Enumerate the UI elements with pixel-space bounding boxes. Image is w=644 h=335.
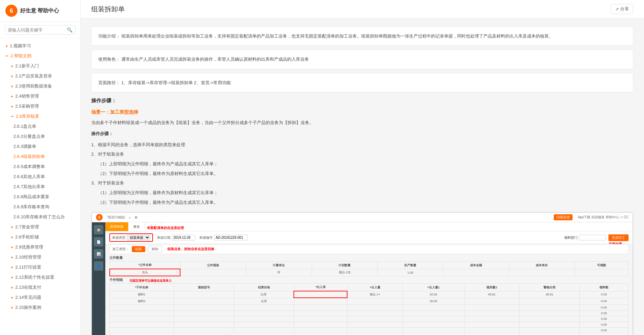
app-tab-edit[interactable]: 修改 [128,222,145,231]
page-title: 组装拆卸单 [91,5,125,14]
app-sidebar-icon-user[interactable]: 👤 [94,261,103,271]
sidebar-item-print[interactable]: + 2.11打印设置 [0,262,80,272]
sidebar-item-goods-cost[interactable]: 2.6.8商品成本重算 [0,192,80,202]
assemble-type-toggle: 加工类型： 组装 拆卸 组装业务、拆卸业务在这里切换 [109,244,629,254]
assemble-toggle-label: 加工类型： [112,247,129,252]
col-cost-price: 成本单价 [509,262,575,269]
footer-val5: 0.00 [579,333,628,335]
disassemble-btn[interactable]: 拆卸 [148,246,162,253]
app-sidebar-icon-chart[interactable]: 📊 [94,249,103,259]
expand-icon: + [11,255,13,260]
step2: 2、对于组装业务 [91,150,633,159]
app-topbar: 6 TEST-H002 ∨ ⚙ 问题反馈 App下载 培训服务 帮助中心 ∨ C… [92,213,633,222]
step3: 3、对于拆装业务 [91,179,633,187]
sidebar-item-mobile[interactable]: + 2.8手机旺铺 [0,232,80,242]
parent-table-header-row: *父件名称 父件规格 计量单位 计划数量 实产数量 成本金额 成本单价 可领数 [110,262,629,269]
app-sidebar-icon-home[interactable]: 🏠 [94,225,103,234]
sidebar-item-stock-error[interactable]: 2.6.10库存账本错了怎么办 [0,212,80,222]
search-box[interactable]: 🔍 [5,25,75,35]
form-dept-label: 领料部门 [564,235,578,240]
sidebar-item-adjust[interactable]: 2.6.3调拨单 [0,142,80,152]
col-available: 可领数 [575,262,628,269]
app-feedback-btn[interactable]: 问题反馈 [554,214,573,220]
app-name: 好生意 帮助中心 [20,7,59,14]
cell-settle-price: 出库 [234,298,294,304]
app-sidebar-icon-docs[interactable]: 📄 [94,237,103,246]
assemble-btn[interactable]: 组装 [132,246,145,252]
col-child-name: *子件名称 [110,284,174,291]
sidebar-item-cost-adjust[interactable]: 2.6.5成本调整单 [0,162,80,172]
sidebar-item-stocktake[interactable]: 2.6.1盘点单 [0,121,80,131]
form-right: 领料部门 完成完工 启用处理 [564,234,629,241]
form-date-input[interactable] [172,235,195,240]
form-number-input[interactable] [214,235,248,240]
nav-tree: + 1.视频学习 − 2.帮助文档 + 2.1新手入门 + 2.2产品安装及登录… [0,38,80,335]
step3-1: （1）上部明细为父件明细，最终作为原材料生成其它出库单； [91,189,633,197]
share-button[interactable]: ↗ 分享 [611,4,633,14]
table-footer-row: 合计 89.00 0.00 0.00 0.00 0.00 [110,333,629,335]
parent-table-area: 父件数量 *父件名称 父件规格 计量单位 计划数量 实产数量 [109,256,629,276]
sidebar-item-other-in[interactable]: 2.6.6其他入库单 [0,172,80,182]
path-text: 1、库存核算->库存管理->组装拆卸单 2、首页->常用功能 [121,80,231,85]
expand-icon: + [11,245,13,250]
sidebar-item-assemble[interactable]: 2.6.4组装拆卸单 [0,152,80,162]
cell-inout-type [294,298,347,304]
assemble-type-area: 加工类型： 组装 拆卸 组装业务、拆卸业务在这里切换 [109,244,629,254]
sidebar-item-split-take[interactable]: 2.6.2分量盘点单 [0,131,80,142]
expand-icon: + [11,94,13,99]
cell-inout2: 30.00 [402,298,464,304]
sidebar-item-online-pay[interactable]: + 2.13在线支付 [0,282,80,292]
table-row: 0.00 [110,304,629,310]
parent-table-body: 光头 件 领以-1克 1.00 [110,269,629,276]
sidebar-item-stock-query[interactable]: 2.6.9库存账本查询 [0,202,80,212]
sidebar-item-docs[interactable]: − 2.帮助文档 [0,51,80,61]
sidebar-item-data-prep[interactable]: + 2.3使用前数据准备 [0,81,80,91]
form-type-input[interactable]: 组装单据 拆卸单据 [127,235,150,240]
app-sidebar: 🏠 📄 📊 👤 [92,222,105,335]
parent-table: *父件名称 父件规格 计量单位 计划数量 实产数量 成本金额 成本单价 可领数 [109,261,629,276]
col-unit: 计量单位 [246,262,312,269]
expand-icon: + [11,235,13,240]
form-type-selector[interactable]: 单据类型 组装单据 拆卸单据 [109,233,153,242]
sidebar-item-ops[interactable]: + 2.10经营管理 [0,252,80,262]
sidebar-item-other-out[interactable]: 2.6.7其他出库单 [0,182,80,192]
sidebar-item-faq[interactable]: + 2.14常见问题 [0,292,80,302]
sidebar-item-purchase[interactable]: + 2.5采购管理 [0,101,80,111]
form-dept-input[interactable] [579,235,606,240]
sidebar-item-video[interactable]: + 1.视频学习 [0,41,80,51]
sidebar-item-cases[interactable]: + 2.15操作案例 [0,302,80,313]
expand-icon: + [11,84,13,89]
expand-icon: + [11,285,13,290]
sidebar-item-sales[interactable]: + 2.4销售管理 [0,91,80,101]
sidebar-item-coupon[interactable]: + 2.9优惠券管理 [0,242,80,252]
sidebar-item-install[interactable]: + 2.2产品安装及登录 [0,71,80,81]
col-inout-qty2: +出入量1 [402,284,464,291]
col-cost-amt: 成本金额 [443,262,509,269]
role-block: 使用角色： 通常由生产人员或库管人员完成拆装业务的操作，库管人员确认原材料的出库… [91,50,633,69]
collapse-icon: − [5,53,8,59]
expand-icon: + [11,64,13,69]
sidebar-item-inventory[interactable]: − 2.6库存核算 [0,111,80,121]
table-row: 光头 件 领以-1克 1.00 [110,269,629,276]
footer-val3: 0.00 [464,333,519,335]
app-topbar-icons: App下载 培训服务 帮助中心 ∨ CC [578,215,629,220]
search-icon[interactable]: 🔍 [67,27,72,33]
parent-table-head: *父件名称 父件规格 计量单位 计划数量 实产数量 成本金额 成本单价 可领数 [110,262,629,269]
parent-count-label: 父件数量 [109,256,629,260]
col-actual-qty: 实产数量 [377,262,443,269]
form-number-label: 单据编号 [199,235,213,240]
sidebar-item-custom[interactable]: + 2.12系统个性化设置 [0,272,80,282]
col-use-qty: 领用量2 [464,284,519,291]
search-input[interactable] [8,27,67,33]
table-row: 物料1 出库 领以-1+ 20.00 48.81 48.81 0.00 [110,291,629,298]
form-dept-field: 领料部门 [564,235,606,240]
cell-settle-price: 出库 [234,291,294,298]
app-tab-new[interactable]: 新增单据 [105,222,128,231]
sidebar-item-newbie[interactable]: + 2.1新手入门 [0,61,80,71]
cell-actual-qty: 1.00 [377,269,443,276]
expand-icon: + [11,305,13,310]
app-main-content: 新增单据 修改 审核 单据类型 组装单据 拆卸单据 [105,222,633,335]
sidebar-item-finance[interactable]: + 2.7资金管理 [0,222,80,232]
complete-btn[interactable]: 完成完工 [608,234,629,241]
col-child-spec: 规格型号 [174,284,234,291]
